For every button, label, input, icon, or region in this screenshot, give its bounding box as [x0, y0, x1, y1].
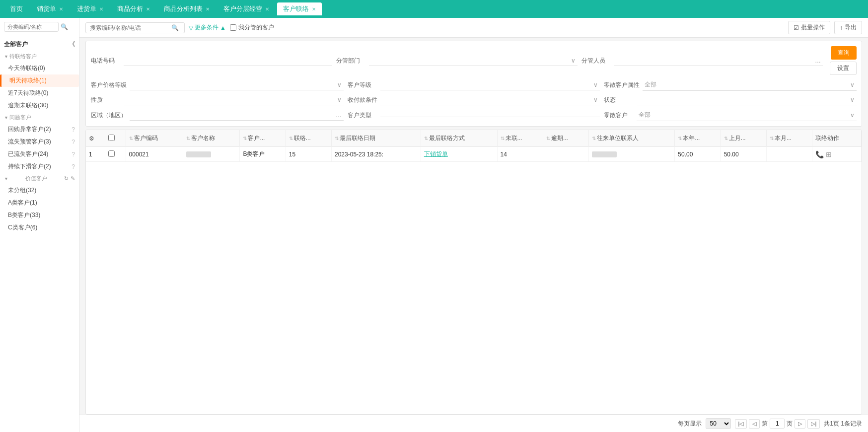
filter-payment-select[interactable]: ∨ — [380, 95, 600, 105]
nav-product-analysis-list[interactable]: 商品分析列表 ✕ — [158, 2, 216, 15]
nav-product-analysis[interactable]: 商品分析 ✕ — [111, 2, 156, 15]
filter-retail-customer-select[interactable]: 全部 ∨ — [637, 109, 857, 121]
nav-customer-contact-close[interactable]: ✕ — [312, 6, 316, 12]
phone-icon[interactable]: 📞 — [815, 150, 824, 158]
filter-retail-attr-select[interactable]: 全部 ∨ — [643, 79, 857, 91]
chevron-down-icon-retail-customer: ∨ — [850, 112, 855, 119]
filter-row-3: 性质 ∨ 收付款条件 ∨ 状态 — [91, 95, 857, 105]
value-group-icons: ↻ ✎ — [64, 175, 75, 182]
main-search-input[interactable] — [90, 24, 169, 31]
nav-product-analysis-close[interactable]: ✕ — [146, 6, 150, 12]
sidebar-item-ungrouped[interactable]: 未分组(32) — [0, 184, 79, 197]
th-type[interactable]: 客户... — [240, 130, 286, 147]
sidebar-collapse-icon[interactable]: 《 — [69, 40, 75, 49]
filter-price-level-label: 客户价格等级 — [91, 81, 127, 89]
page-input[interactable] — [770, 419, 785, 429]
th-unreached[interactable]: 未联... — [497, 130, 543, 147]
nav-customer-contact[interactable]: 客户联络 ✕ — [277, 2, 322, 15]
sidebar-group-value: 价值客户 ↻ ✎ — [0, 173, 79, 184]
th-last-month[interactable]: 上月... — [721, 130, 766, 147]
nav-customer-segment[interactable]: 客户分层经营 ✕ — [217, 2, 275, 15]
th-contact[interactable]: 联络... — [286, 130, 331, 147]
page-nav: |◁ ◁ 第 页 ▷ ▷| — [735, 419, 820, 429]
sidebar-item-classA[interactable]: A类客户(1) — [0, 197, 79, 209]
filter-row-1: 电话号码 分管部门 ∨ 分管人员 … — [91, 46, 857, 75]
td-action: 📞 ⊞ — [812, 147, 862, 162]
filter-phone-input[interactable] — [124, 56, 332, 66]
filter-payment-label: 收付款条件 — [348, 96, 377, 104]
filter-row-4: 区域（地区） … 客户类型 零散客户 全部 ∨ — [91, 109, 857, 121]
first-page-btn[interactable]: |◁ — [735, 419, 747, 429]
edit-icon[interactable]: ✎ — [71, 175, 75, 182]
my-customers-checkbox[interactable] — [230, 24, 236, 31]
th-settings: ⚙ — [86, 130, 105, 147]
filter-region-dots[interactable]: … — [336, 112, 342, 119]
filter-dept-select[interactable]: ∨ — [369, 56, 578, 66]
sidebar-item-week[interactable]: 近7天待联络(0) — [0, 87, 79, 99]
filter-price-level-select[interactable]: ∨ — [130, 80, 344, 90]
nav-purchase-close[interactable]: ✕ — [99, 6, 103, 12]
sidebar-item-classB[interactable]: B类客户(33) — [0, 209, 79, 221]
filter-person-dots[interactable]: … — [815, 57, 821, 64]
th-checkbox — [105, 130, 126, 147]
sidebar-item-tomorrow[interactable]: 明天待联络(1) — [0, 74, 79, 87]
nav-sales-close[interactable]: ✕ — [59, 6, 63, 12]
all-customers-header: 全部客户 《 — [0, 36, 79, 51]
refresh-icon[interactable]: ↻ — [64, 175, 69, 182]
select-all-checkbox[interactable] — [108, 135, 115, 141]
settings-btn[interactable]: 设置 — [830, 62, 857, 75]
filter-customer-level-select[interactable]: ∨ — [380, 80, 600, 90]
toolbar: 🔍 ▽ 更多条件 ▲ 我分管的客户 ☑ 批量操作 ↑ 导出 — [79, 18, 868, 38]
my-customers-checkbox-label[interactable]: 我分管的客户 — [230, 23, 274, 32]
nav-sales[interactable]: 销货单 ✕ — [31, 2, 69, 15]
filter-status-select[interactable]: ∨ — [637, 95, 857, 105]
filter-person-select[interactable]: … — [614, 56, 823, 66]
sidebar-item-declining[interactable]: 持续下滑客户(2) ? — [0, 160, 79, 173]
last-contact-link[interactable]: 下销货单 — [424, 150, 448, 157]
sidebar: 🔍 全部客户 《 待联络客户 今天待联络(0) 明天待联络(1) 近7天待联络(… — [0, 18, 79, 432]
nav-product-analysis-list-close[interactable]: ✕ — [206, 6, 210, 12]
batch-operation-btn[interactable]: ☑ 批量操作 — [788, 21, 830, 34]
page-label: 第 — [762, 420, 768, 428]
th-name[interactable]: 客户名称 — [183, 130, 240, 147]
last-page-btn[interactable]: ▷| — [807, 419, 820, 429]
sidebar-item-losing[interactable]: 流失预警客户(3) ? — [0, 136, 79, 148]
sidebar-search-icon[interactable]: 🔍 — [61, 23, 68, 30]
gear-icon[interactable]: ⚙ — [89, 135, 94, 142]
th-last-contact-method[interactable]: 最后联络方式 — [421, 130, 497, 147]
more-conditions-btn[interactable]: ▽ 更多条件 ▲ — [189, 23, 226, 32]
nav-customer-segment-close[interactable]: ✕ — [265, 6, 269, 12]
export-btn[interactable]: ↑ 导出 — [834, 21, 862, 34]
td-overdue — [543, 147, 588, 162]
filter-status-label: 状态 — [604, 96, 634, 104]
th-last-contact-date[interactable]: 最后联络日期 — [332, 130, 421, 147]
nav-purchase[interactable]: 进货单 ✕ — [71, 2, 109, 15]
td-index: 1 — [86, 147, 105, 162]
th-overdue[interactable]: 逾期... — [543, 130, 588, 147]
th-code[interactable]: 客户编码 — [126, 130, 183, 147]
filter-gender-select[interactable]: ∨ — [124, 95, 344, 105]
per-page-select[interactable]: 50 100 200 — [706, 418, 731, 429]
sidebar-item-lost[interactable]: 已流失客户(24) ? — [0, 148, 79, 160]
main-search-icon[interactable]: 🔍 — [171, 24, 179, 31]
filter-customer-type-label: 客户类型 — [348, 111, 377, 120]
filter-customer-type: 客户类型 — [348, 111, 600, 120]
th-unit-contact[interactable]: 往来单位联系人 — [589, 130, 675, 147]
nav-home[interactable]: 首页 — [4, 2, 29, 15]
filter-region-select[interactable]: … — [130, 110, 344, 121]
filter-customer-type-select[interactable] — [380, 114, 600, 117]
sidebar-item-classC[interactable]: C类客户(6) — [0, 221, 79, 234]
next-page-btn[interactable]: ▷ — [795, 419, 805, 429]
th-this-month[interactable]: 本月... — [766, 130, 812, 147]
sidebar-item-overdue[interactable]: 逾期未联络(30) — [0, 99, 79, 112]
grid-icon[interactable]: ⊞ — [826, 150, 832, 158]
sidebar-search-input[interactable] — [4, 22, 59, 32]
prev-page-btn[interactable]: ◁ — [749, 419, 760, 429]
sidebar-item-today[interactable]: 今天待联络(0) — [0, 62, 79, 74]
sidebar-group-pending: 待联络客户 — [0, 51, 79, 62]
th-this-year[interactable]: 本年... — [675, 130, 721, 147]
query-btn[interactable]: 查询 — [831, 46, 857, 60]
sidebar-item-abnormal[interactable]: 回购异常客户(2) ? — [0, 123, 79, 136]
td-name — [183, 147, 240, 162]
row-checkbox[interactable] — [108, 150, 115, 157]
